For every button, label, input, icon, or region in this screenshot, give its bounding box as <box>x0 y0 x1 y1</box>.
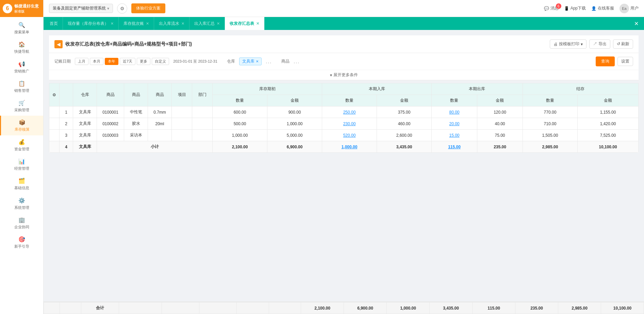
tab-home[interactable]: 首页 <box>45 17 63 30</box>
data-table: ⚙ 仓库 商品 商品 商品 项目 部门 库存期初 本期入库 本期出库 结存 <box>49 83 639 153</box>
col-code-header: 商品 <box>97 83 124 106</box>
date-label: 记账日期 <box>54 59 71 64</box>
refresh-button[interactable]: ↺ 刷新 <box>613 39 633 49</box>
col-name-header: 商品 <box>124 83 148 106</box>
tab-inout-flow[interactable]: 出入库流水 ✕ <box>154 17 189 30</box>
expand-more-conditions-button[interactable]: ▾ 展开更多条件 <box>330 72 358 78</box>
print-icon: 🖨 <box>554 42 558 47</box>
query-button[interactable]: 查询 <box>596 56 615 66</box>
sidebar-item-basic-info[interactable]: 🗂️ 基础信息 <box>0 174 43 194</box>
row2-close-qty: 710.00 <box>523 118 577 130</box>
warehouse-more-button[interactable]: ... <box>266 58 272 65</box>
sidebar-item-quick-nav[interactable]: 🏠 快捷导航 <box>0 38 43 57</box>
date-btn-this-year[interactable]: 本年 <box>105 58 118 65</box>
goods-label: 商品 <box>281 59 290 64</box>
goods-more-button[interactable]: ... <box>294 58 300 65</box>
tab-batch-account[interactable]: 库存批次账 ✕ <box>119 17 154 30</box>
row2-out-qty-link[interactable]: 20.00 <box>449 121 459 126</box>
total-open-amt: 6,900.00 <box>344 302 387 314</box>
newbie-icon: 🎯 <box>18 236 25 243</box>
col-out-qty-subheader: 数量 <box>432 95 477 106</box>
basic-info-icon: 🗂️ <box>18 178 25 184</box>
warehouse-tag[interactable]: 文具库 ✕ <box>239 57 262 65</box>
col-close-amt-subheader: 金额 <box>577 95 638 106</box>
subtotal-in-amt: 3,435.00 <box>377 141 432 153</box>
warehouse-tag-text: 文具库 <box>242 59 254 64</box>
col-warehouse-header: 仓库 <box>73 83 97 106</box>
col-open-qty-subheader: 数量 <box>213 95 267 106</box>
date-btn-7days[interactable]: 近7天 <box>120 58 135 65</box>
sidebar-item-system[interactable]: ⚙️ 系统管理 <box>0 194 43 213</box>
sidebar-item-finance[interactable]: 💰 资金管理 <box>0 135 43 155</box>
date-btn-more[interactable]: 更多 <box>137 58 150 65</box>
row1-in-qty-link[interactable]: 250.00 <box>343 110 356 115</box>
sidebar-item-search[interactable]: 🔍 搜索菜单 <box>0 18 43 38</box>
row1-out-qty-link[interactable]: 80.00 <box>449 110 459 115</box>
app-name: 畅捷通好生意 标准版 <box>14 3 39 14</box>
total-in-qty: 1,000.00 <box>387 302 430 314</box>
app-download-button[interactable]: 📱 App下载 <box>564 5 586 11</box>
page-title: 收发存汇总表(按仓库+商品编码+商品+规格型号+项目+部门) <box>65 41 192 47</box>
row1-open-amt: 900.00 <box>267 106 322 118</box>
sidebar-item-operations[interactable]: 📊 经营管理 <box>0 155 43 174</box>
system-selector[interactable]: 装备及固定资产辅助管理系统 ▾ <box>49 4 113 13</box>
subtotal-out-qty-link[interactable]: 115.00 <box>448 145 461 149</box>
notification-button[interactable]: 💬 消息 6 <box>544 5 559 11</box>
tab-inventory-dist[interactable]: 现存量（库存分布表） ✕ <box>63 17 119 30</box>
subtotal-warehouse: 文具库 <box>73 141 97 153</box>
date-btn-this-month[interactable]: 本月 <box>90 58 103 65</box>
col-close-qty-subheader: 数量 <box>523 95 577 106</box>
table-row: 3 文具库 0100003 采访本 1,000.00 5,000.00 520.… <box>49 130 639 141</box>
tab-inout-summary[interactable]: 出入库汇总 ✕ <box>189 17 225 30</box>
search-icon: 🔍 <box>18 22 25 28</box>
tab-inout-flow-close[interactable]: ✕ <box>181 21 184 26</box>
sidebar-item-newbie[interactable]: 🎯 新手引导 <box>0 233 43 252</box>
settings-button[interactable]: ⚙ <box>117 3 127 14</box>
page-header-actions: 🖨 按模板打印 ▾ ↗ 导出 ↺ 刷新 <box>550 39 633 49</box>
row2-in-amt: 460.00 <box>377 118 432 130</box>
row3-close-qty: 1,505.00 <box>523 130 577 141</box>
tab-inout-summary-close[interactable]: ✕ <box>217 21 220 26</box>
col-in-amt-subheader: 金额 <box>377 95 432 106</box>
tab-batch-account-close[interactable]: ✕ <box>146 21 149 26</box>
expand-down-icon: ▾ <box>330 73 332 78</box>
col-project-header: 项目 <box>172 83 192 106</box>
finance-icon: 💰 <box>18 139 25 145</box>
total-spacer5 <box>199 302 236 314</box>
user-menu-button[interactable]: Ea 用户 <box>620 4 639 13</box>
tab-home-label: 首页 <box>50 21 58 27</box>
online-service-button[interactable]: 👤 在线客服 <box>591 5 614 11</box>
row2-in-qty-link[interactable]: 230.00 <box>343 121 356 126</box>
row3-out-qty-link[interactable]: 15.00 <box>449 133 459 138</box>
filter-section: 记账日期 上月 本月 本年 近7天 更多 自定义 2023-01-01 至 20… <box>49 53 639 80</box>
tabbar-close-button[interactable]: ✕ <box>630 20 643 27</box>
date-btn-last-month[interactable]: 上月 <box>75 58 88 65</box>
sales-icon: 📋 <box>18 80 25 87</box>
row3-in-amt: 2,600.00 <box>377 130 432 141</box>
sidebar-item-inventory[interactable]: 📦 库存核算 <box>0 116 43 135</box>
row1-spec: 0.7mm <box>148 106 172 118</box>
subtotal-open-qty: 2,100.00 <box>213 141 267 153</box>
sidebar-item-enterprise[interactable]: 🏢 企业协同 <box>0 213 43 233</box>
date-btn-custom[interactable]: 自定义 <box>152 58 169 65</box>
row3-in-qty-link[interactable]: 520.00 <box>343 133 356 138</box>
collapse-arrow-button[interactable]: ◀ <box>54 40 63 48</box>
row3-open-qty: 1,000.00 <box>213 130 267 141</box>
export-button[interactable]: ↗ 导出 <box>589 39 610 49</box>
row1-out-amt: 120.00 <box>477 106 523 118</box>
tab-inventory-dist-close[interactable]: ✕ <box>111 21 114 26</box>
tab-inout-flow-label: 出入库流水 <box>159 21 179 27</box>
sidebar-item-marketing[interactable]: 📢 营销推广 <box>0 57 43 77</box>
sidebar-item-purchase[interactable]: 🛒 采购管理 <box>0 96 43 116</box>
warehouse-tag-close[interactable]: ✕ <box>256 60 259 63</box>
filter-settings-button[interactable]: 设置 <box>617 57 633 66</box>
sidebar-item-sales[interactable]: 📋 销售管理 <box>0 77 43 96</box>
experience-button[interactable]: 体验行业方案 <box>131 3 165 13</box>
refresh-icon: ↺ <box>617 42 620 46</box>
subtotal-in-qty-link[interactable]: 1,000.00 <box>342 145 358 149</box>
content-area: ◀ 收发存汇总表(按仓库+商品编码+商品+规格型号+项目+部门) 🖨 按模板打印… <box>44 30 644 301</box>
print-button[interactable]: 🖨 按模板打印 ▾ <box>550 39 587 49</box>
row3-settings <box>49 130 60 141</box>
tab-recv-send-summary[interactable]: 收发存汇总表 ✕ <box>225 17 264 30</box>
tab-recv-send-summary-close[interactable]: ✕ <box>256 21 259 26</box>
